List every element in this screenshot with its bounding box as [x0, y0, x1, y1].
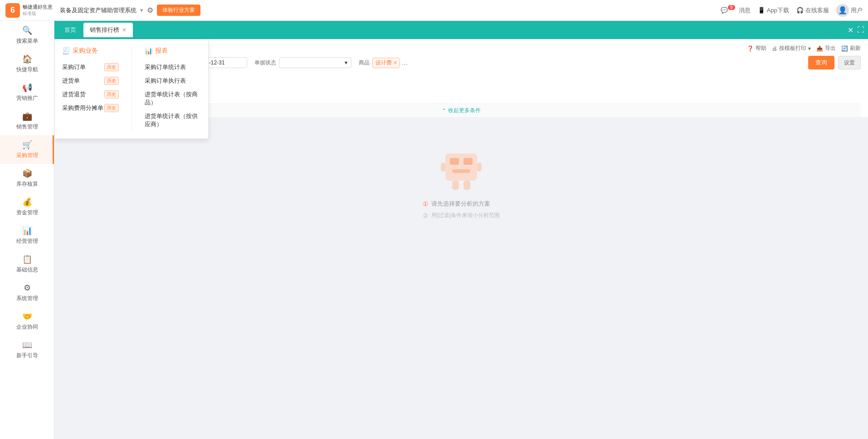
goods-filter: 商品 设计费 × ...: [359, 58, 408, 68]
sidebar-item-quick[interactable]: 🏠 快捷导航: [0, 49, 54, 78]
sidebar-label-system: 系统管理: [16, 295, 38, 302]
sidebar-item-purchase[interactable]: 🛒 采购管理: [0, 135, 54, 164]
svg-rect-2: [463, 158, 473, 165]
sales-icon: 💼: [22, 111, 32, 121]
refresh-icon: 🔄: [841, 45, 848, 52]
logo-text: 畅捷通好生意: [23, 4, 53, 10]
svg-rect-7: [463, 181, 470, 190]
empty-svg: [429, 144, 493, 194]
goods-tag-close[interactable]: ×: [394, 59, 397, 66]
sidebar-item-basic[interactable]: 📋 基础信息: [0, 250, 54, 278]
print-icon: 🖨: [772, 45, 777, 52]
goods-ellipsis[interactable]: ...: [402, 59, 408, 67]
status-label: 单据状态: [254, 59, 276, 67]
sidebar-item-guide[interactable]: 📖 新手引导: [0, 335, 54, 364]
sidebar-item-system[interactable]: ⚙ 系统管理: [0, 278, 54, 307]
sidebar-label-operations: 经营管理: [16, 237, 38, 245]
message-label: 消息: [739, 6, 751, 15]
tab-bar: 首页 销售排行榜 ✕ ✕ ⛶ 🧾 采购业务 采购订单: [54, 21, 868, 39]
sidebar-label-sales: 销售管理: [16, 123, 38, 131]
sidebar-item-inventory[interactable]: 📦 库存核算: [0, 164, 54, 192]
sidebar-label-inventory: 库存核算: [16, 180, 38, 188]
menu-item-goods-return[interactable]: 进货退货 历史: [62, 88, 119, 101]
inventory-icon: 📦: [22, 168, 32, 178]
sidebar: 🔍 搜索菜单 🏠 快捷导航 📢 营销推广 💼 销售管理 🛒 采购管理 📦 库存核…: [0, 21, 54, 439]
message-button[interactable]: 💬 9 消息: [721, 6, 751, 15]
export-icon: 📤: [816, 45, 823, 52]
sidebar-item-operations[interactable]: 📊 经营管理: [0, 221, 54, 250]
print-button[interactable]: 🖨 按模板打印 ▾: [772, 44, 811, 52]
purchase-menu-section: 🧾 采购业务 采购订单 历史 进货单 历史 进货退货 历史: [62, 47, 119, 131]
logo-icon: 6: [5, 3, 20, 18]
report-section-title: 📊 报表: [145, 47, 201, 55]
industry-button[interactable]: 体验行业方案: [157, 5, 200, 16]
sidebar-label-marketing: 营销推广: [16, 94, 38, 102]
system-dropdown-icon[interactable]: ▾: [140, 7, 143, 14]
tab-bar-right: ✕ ⛶: [848, 26, 864, 35]
main-content: 首页 销售排行榜 ✕ ✕ ⛶ 🧾 采购业务 采购订单: [54, 21, 868, 439]
logo-area: 6 畅捷通好生意 标准版: [5, 3, 60, 18]
sidebar-item-sales[interactable]: 💼 销售管理: [0, 107, 54, 135]
menu-item-purchase-order[interactable]: 采购订单 历史: [62, 60, 119, 74]
status-filter: 单据状态 ▾: [254, 57, 351, 68]
message-badge: 9: [728, 5, 735, 10]
sidebar-label-guide: 新手引导: [16, 352, 38, 360]
menu-item-purchase-order-stat[interactable]: 采购订单统计表: [145, 60, 201, 74]
user-label: 用户: [851, 6, 863, 15]
sidebar-item-enterprise[interactable]: 🤝 企业协同: [0, 307, 54, 335]
print-dropdown-icon[interactable]: ▾: [808, 45, 811, 52]
svg-rect-4: [441, 163, 445, 172]
collapse-icon: ⌃: [442, 108, 446, 114]
guide-icon: 📖: [22, 340, 32, 350]
tab-sales-rank[interactable]: 销售排行榜 ✕: [83, 23, 133, 37]
online-service-label: 在线客服: [805, 6, 829, 15]
query-button[interactable]: 查询: [808, 56, 834, 69]
gear-icon[interactable]: ⚙: [147, 6, 153, 15]
sidebar-item-search[interactable]: 🔍 搜索菜单: [0, 21, 54, 49]
system-icon: ⚙: [24, 283, 31, 293]
system-name: 装备及固定资产辅助管理系统: [60, 6, 137, 15]
sidebar-label-basic: 基础信息: [16, 266, 38, 274]
purchase-icon: 🛒: [22, 140, 32, 150]
menu-item-goods-receipt-stat-supplier[interactable]: 进货单统计表（按供应商）: [145, 109, 201, 131]
finance-icon: 💰: [22, 197, 32, 207]
online-service-button[interactable]: 🎧 在线客服: [796, 6, 829, 15]
menu-item-goods-receipt[interactable]: 进货单 历史: [62, 74, 119, 88]
menu-item-purchase-order-exec[interactable]: 采购订单执行表: [145, 74, 201, 88]
help-button[interactable]: ❓ 帮助: [747, 44, 766, 52]
dropdown-menu: 🧾 采购业务 采购订单 历史 进货单 历史 进货退货 历史: [54, 39, 209, 139]
setting-button[interactable]: 设置: [838, 56, 861, 69]
menu-item-purchase-fee[interactable]: 采购费用分摊单 历史: [62, 101, 119, 115]
tab-close-window-icon[interactable]: ✕: [848, 26, 853, 35]
export-button[interactable]: 📤 导出: [816, 44, 836, 52]
basic-icon: 📋: [22, 254, 32, 264]
empty-illustration: [429, 144, 493, 194]
status-select-arrow: ▾: [345, 59, 347, 66]
marketing-icon: 📢: [22, 83, 32, 93]
main-layout: 🔍 搜索菜单 🏠 快捷导航 📢 营销推广 💼 销售管理 🛒 采购管理 📦 库存核…: [0, 0, 868, 439]
svg-rect-6: [452, 181, 459, 190]
menu-divider: [132, 47, 132, 131]
tab-close-icon[interactable]: ✕: [122, 27, 127, 33]
report-menu-section: 📊 报表 采购订单统计表 采购订单执行表 进货单统计表（按商品） 进货单统计表（…: [145, 47, 201, 131]
action-buttons: 查询 设置: [808, 56, 861, 69]
enterprise-icon: 🤝: [22, 311, 32, 321]
app-download-button[interactable]: 📱 App下载: [758, 6, 789, 15]
tab-sales-rank-label: 销售排行榜: [90, 26, 119, 34]
menu-item-goods-receipt-stat-goods[interactable]: 进货单统计表（按商品）: [145, 88, 201, 109]
sidebar-label-quick: 快捷导航: [16, 66, 38, 74]
tab-home-label: 首页: [64, 26, 76, 34]
sidebar-item-finance[interactable]: 💰 资金管理: [0, 192, 54, 221]
history-badge-1: 历史: [104, 77, 119, 85]
tab-expand-icon[interactable]: ⛶: [857, 26, 864, 35]
svg-rect-5: [477, 163, 482, 172]
user-menu[interactable]: 👤 用户: [836, 4, 863, 17]
refresh-button[interactable]: 🔄 刷新: [841, 44, 861, 52]
message-icon: 💬: [721, 7, 728, 14]
tab-home[interactable]: 首页: [58, 23, 83, 37]
status-select[interactable]: ▾: [279, 57, 351, 68]
sidebar-item-marketing[interactable]: 📢 营销推广: [0, 78, 54, 107]
headset-icon: 🎧: [796, 7, 804, 14]
top-bar-right: 💬 9 消息 📱 App下载 🎧 在线客服 👤 用户: [721, 4, 863, 17]
search-icon: 🔍: [22, 25, 32, 35]
